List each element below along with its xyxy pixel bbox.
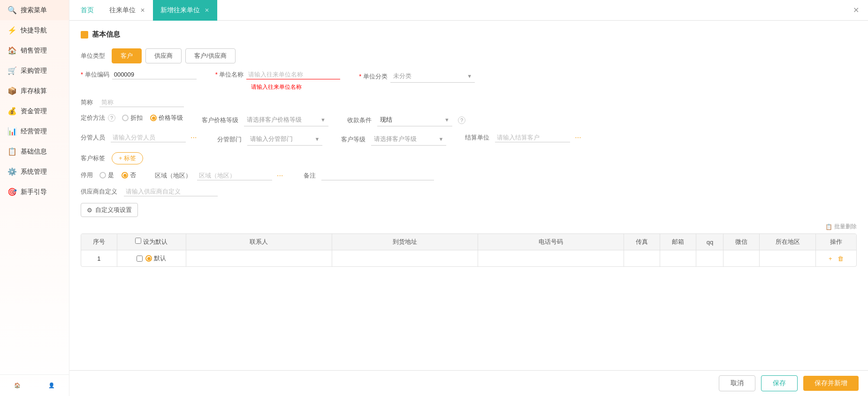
close-new-partner-tab[interactable]: ✕ bbox=[205, 7, 209, 14]
sidebar-item-basics[interactable]: 📋 基础信息 bbox=[0, 141, 69, 162]
customer-tag-label: 客户标签 bbox=[81, 154, 105, 163]
pricing-help-icon[interactable]: ? bbox=[108, 114, 115, 122]
address-input[interactable] bbox=[337, 255, 473, 262]
sidebar-item-finance[interactable]: 💰 资金管理 bbox=[0, 101, 69, 121]
remark-input[interactable] bbox=[321, 171, 434, 180]
sidebar-item-label: 基础信息 bbox=[21, 148, 47, 156]
tab-new-partner[interactable]: 新增往来单位 ✕ bbox=[153, 0, 217, 21]
delete-row-icon[interactable]: 🗑 bbox=[838, 255, 844, 262]
cell-wechat[interactable] bbox=[723, 250, 760, 267]
settings-gear-icon: ⚙ bbox=[87, 207, 92, 214]
save-and-new-button[interactable]: 保存并新增 bbox=[803, 376, 859, 391]
radio-disable-yes[interactable]: 是 bbox=[99, 171, 114, 179]
cell-address[interactable] bbox=[332, 250, 478, 267]
cell-qq[interactable] bbox=[696, 250, 723, 267]
cancel-button[interactable]: 取消 bbox=[719, 375, 755, 391]
add-row-icon[interactable]: + bbox=[829, 255, 832, 262]
ops-icon: 📊 bbox=[8, 127, 17, 136]
sidebar-item-inventory[interactable]: 📦 库存核算 bbox=[0, 81, 69, 101]
payment-terms-select[interactable]: 现结 ▼ bbox=[377, 114, 452, 126]
unit-code-input[interactable] bbox=[112, 70, 197, 79]
batch-delete-area: 📋 批量删除 bbox=[81, 223, 857, 231]
settlement-unit-input[interactable] bbox=[495, 133, 570, 142]
contact-input[interactable] bbox=[191, 255, 327, 262]
phone-input[interactable] bbox=[483, 255, 619, 262]
cell-email[interactable] bbox=[660, 250, 696, 267]
sidebar-item-system[interactable]: ⚙️ 系统管理 bbox=[0, 162, 69, 182]
select-all-checkbox[interactable] bbox=[135, 238, 141, 244]
sidebar-item-purchase[interactable]: 🛒 采购管理 bbox=[0, 61, 69, 81]
row-checkbox[interactable] bbox=[137, 256, 143, 262]
btn-customer[interactable]: 客户 bbox=[112, 48, 142, 63]
sidebar-item-label: 快捷导航 bbox=[21, 26, 47, 35]
unit-category-select[interactable]: 未分类 ▼ bbox=[390, 70, 475, 83]
sidebar-item-label: 销售管理 bbox=[21, 47, 47, 55]
col-region: 所在地区 bbox=[760, 234, 816, 250]
tab-partners[interactable]: 往来单位 ✕ bbox=[102, 0, 153, 21]
finance-icon: 💰 bbox=[8, 107, 17, 116]
sidebar-bottom-home[interactable]: 🏠 bbox=[0, 379, 35, 392]
cell-fax[interactable] bbox=[624, 250, 660, 267]
cell-phone[interactable] bbox=[478, 250, 624, 267]
table-row: 1 默认 bbox=[81, 250, 856, 267]
customer-price-level-select[interactable]: 请选择客户价格等级 ▼ bbox=[244, 114, 328, 126]
chevron-price-icon: ▼ bbox=[320, 117, 326, 123]
customer-level-placeholder: 请选择客户等级 bbox=[374, 135, 438, 143]
set-default-radio[interactable]: 默认 bbox=[145, 254, 166, 263]
sidebar-item-search[interactable]: 🔍 搜索菜单 bbox=[0, 0, 69, 20]
unit-name-input[interactable] bbox=[246, 70, 340, 79]
row-disable-region: 停用 是 否 区域（地区） ··· 备注 bbox=[81, 171, 857, 180]
cell-contact[interactable] bbox=[186, 250, 332, 267]
department-group: 分管部门 请输入分管部门 ▼ bbox=[217, 133, 322, 146]
settlement-more-icon[interactable]: ··· bbox=[573, 133, 583, 142]
batch-delete-label[interactable]: 批量删除 bbox=[834, 223, 857, 231]
contact-table-wrapper: 序号 设为默认 联系人 到货地址 电话号码 传真 邮箱 qq 微信 所在地区 操… bbox=[81, 233, 857, 267]
remark-group: 备注 bbox=[304, 171, 434, 180]
cell-region[interactable] bbox=[760, 250, 816, 267]
col-default: 设为默认 bbox=[117, 234, 186, 250]
cell-default: 默认 bbox=[117, 250, 186, 267]
sidebar-item-ops[interactable]: 📊 经营管理 bbox=[0, 121, 69, 141]
manager-input[interactable] bbox=[111, 133, 186, 142]
sidebar-item-quicknav[interactable]: ⚡ 快捷导航 bbox=[0, 20, 69, 40]
sidebar-bottom-user[interactable]: 👤 bbox=[35, 379, 69, 392]
sidebar-item-guide[interactable]: 🎯 新手引导 bbox=[0, 182, 69, 202]
sidebar-bottom: 🏠 👤 bbox=[0, 374, 69, 396]
custom-settings-button[interactable]: ⚙ 自定义项设置 bbox=[81, 203, 138, 217]
col-wechat: 微信 bbox=[723, 234, 760, 250]
short-name-input[interactable] bbox=[99, 98, 184, 107]
supplier-custom-input[interactable] bbox=[124, 187, 218, 196]
unit-type-group: 单位类型 客户 供应商 客户/供应商 bbox=[81, 48, 236, 63]
department-select[interactable]: 请输入分管部门 ▼ bbox=[247, 133, 322, 146]
customer-level-select[interactable]: 请选择客户等级 ▼ bbox=[371, 133, 446, 146]
window-close-button[interactable]: ✕ bbox=[847, 2, 864, 19]
btn-both[interactable]: 客户/供应商 bbox=[185, 48, 236, 63]
col-phone: 电话号码 bbox=[478, 234, 624, 250]
region-group: 区域（地区） ··· bbox=[155, 171, 285, 180]
section-title: 基本信息 bbox=[92, 30, 120, 39]
col-seq: 序号 bbox=[81, 234, 117, 250]
tab-home[interactable]: 首页 bbox=[73, 0, 102, 21]
radio-disable-no[interactable]: 否 bbox=[122, 171, 136, 179]
col-fax: 传真 bbox=[624, 234, 660, 250]
payment-help-icon[interactable]: ? bbox=[458, 116, 465, 124]
department-label: 分管部门 bbox=[217, 135, 242, 144]
region-more-icon[interactable]: ··· bbox=[275, 171, 285, 180]
region-input[interactable] bbox=[197, 171, 272, 180]
manager-more-icon[interactable]: ··· bbox=[189, 133, 198, 142]
radio-price-level[interactable]: 价格等级 bbox=[150, 114, 183, 122]
row-unit-info: 单位编码 单位名称 请输入往来单位名称 单位分类 未分类 ▼ bbox=[81, 70, 857, 91]
inventory-icon: 📦 bbox=[8, 86, 17, 95]
batch-delete-icon: 📋 bbox=[825, 224, 832, 230]
btn-supplier[interactable]: 供应商 bbox=[145, 48, 182, 63]
col-address: 到货地址 bbox=[332, 234, 478, 250]
section-icon bbox=[81, 31, 88, 39]
radio-discount[interactable]: 折扣 bbox=[122, 114, 143, 122]
chevron-level-icon: ▼ bbox=[438, 136, 443, 142]
sidebar-item-sales[interactable]: 🏠 销售管理 bbox=[0, 40, 69, 61]
close-partners-tab[interactable]: ✕ bbox=[140, 7, 145, 14]
manager-group: 分管人员 ··· bbox=[81, 133, 198, 142]
add-tag-button[interactable]: + 标签 bbox=[112, 152, 143, 164]
save-button[interactable]: 保存 bbox=[761, 375, 798, 391]
sidebar-item-label: 资金管理 bbox=[21, 107, 47, 116]
